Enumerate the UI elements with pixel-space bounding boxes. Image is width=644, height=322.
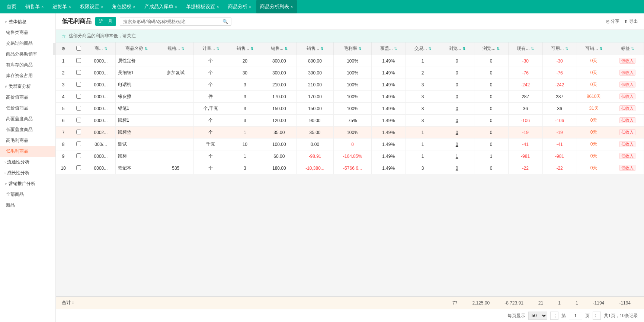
per-page-select[interactable]: 50 20 100: [528, 312, 547, 320]
table-cell-checkbox[interactable]: [71, 138, 86, 150]
next-page-button[interactable]: 〉: [593, 312, 601, 320]
sidebar-item-high-value[interactable]: 高价值商品: [0, 92, 55, 103]
search-icon[interactable]: 🔍: [222, 19, 228, 24]
col-settings[interactable]: ⚙: [56, 42, 71, 55]
close-icon[interactable]: ×: [249, 4, 251, 9]
sidebar-group-overall[interactable]: ∨ 整体信息: [0, 16, 55, 27]
nav-item-analysis-list[interactable]: 商品分析列表 ×: [256, 0, 297, 13]
close-icon[interactable]: ×: [41, 4, 44, 9]
table-cell-checkbox[interactable]: [71, 103, 86, 115]
table-cell-view1[interactable]: 0: [440, 79, 474, 91]
col-name[interactable]: 商品名称 ⇅: [115, 42, 158, 55]
col-avail[interactable]: 可用... ⇅: [542, 42, 577, 55]
table-cell-view1[interactable]: 0: [440, 103, 474, 115]
prev-page-button[interactable]: 〈: [550, 312, 558, 320]
sidebar-item-sales-products[interactable]: 销售类商品: [0, 27, 55, 38]
col-gross[interactable]: 毛利率 ⇅: [334, 42, 371, 55]
row-checkbox[interactable]: [76, 82, 81, 87]
table-cell-view1[interactable]: 0: [440, 91, 474, 103]
row-checkbox[interactable]: [76, 58, 81, 63]
close-icon[interactable]: ×: [175, 4, 177, 9]
col-spec[interactable]: 规格... ⇅: [158, 42, 193, 55]
search-input[interactable]: [123, 19, 222, 24]
table-cell-view1[interactable]: 0: [440, 127, 474, 138]
col-s2[interactable]: 销售... ⇅: [262, 42, 296, 55]
table-cell-coverage: 1.49%: [371, 91, 406, 103]
row-checkbox[interactable]: [76, 94, 81, 99]
sidebar-group-growth[interactable]: › 成长性分析: [0, 168, 55, 178]
row-checkbox[interactable]: [76, 118, 81, 122]
col-trade[interactable]: 交易... ⇅: [406, 42, 440, 55]
table-cell-view1[interactable]: 0: [440, 162, 474, 174]
table-cell-checkbox[interactable]: [71, 127, 86, 138]
close-icon[interactable]: ×: [291, 4, 293, 9]
table-cell-checkbox[interactable]: [71, 162, 86, 174]
export-button[interactable]: ⬆ 导出: [624, 18, 638, 25]
sidebar-item-low-coverage[interactable]: 低覆盖度商品: [0, 124, 55, 135]
sidebar-item-traded-products[interactable]: 交易过的商品: [0, 38, 55, 49]
table-cell-checkbox[interactable]: [71, 67, 86, 79]
page-input[interactable]: [569, 312, 582, 319]
col-s1[interactable]: 销售... ⇅: [228, 42, 262, 55]
period-button[interactable]: 近一月: [95, 17, 116, 26]
col-view1[interactable]: 浏览... ⇅: [440, 42, 474, 55]
table-cell-view1[interactable]: 1: [440, 150, 474, 162]
col-checkbox[interactable]: [71, 42, 86, 55]
table-cell-view1[interactable]: 0: [440, 138, 474, 150]
sidebar-group-cluster[interactable]: ∨ 类群富分析: [0, 81, 55, 92]
table-cell-s1: 3: [228, 103, 262, 115]
col-saleable[interactable]: 可销... ⇅: [577, 42, 611, 55]
close-icon[interactable]: ×: [133, 4, 135, 9]
row-checkbox[interactable]: [76, 153, 81, 158]
table-cell-name: 吴细细1: [115, 67, 158, 79]
nav-item-home[interactable]: 首页: [3, 0, 20, 13]
table-cell-view1[interactable]: 0: [440, 115, 474, 127]
sidebar-item-category-rate[interactable]: 商品分类助销率: [0, 49, 55, 60]
table-cell-checkbox[interactable]: [71, 91, 86, 103]
sidebar-group-marketing[interactable]: ∨ 营销推广分析: [0, 178, 55, 189]
nav-item-sales[interactable]: 销售单 ×: [22, 0, 47, 13]
close-icon[interactable]: ×: [217, 4, 219, 9]
sidebar-item-low-margin[interactable]: 低毛利商品: [0, 146, 55, 157]
nav-item-analysis[interactable]: 商品分析 ×: [224, 0, 255, 13]
col-tag[interactable]: 标签 ⇅: [611, 42, 644, 55]
table-cell-view1[interactable]: 0: [440, 67, 474, 79]
sidebar-item-high-coverage[interactable]: 高覆盖度商品: [0, 114, 55, 124]
sidebar-item-stock-capital[interactable]: 库存资金占用: [0, 70, 55, 81]
col-stock[interactable]: 现有... ⇅: [508, 42, 542, 55]
close-icon[interactable]: ×: [101, 4, 103, 9]
col-view2[interactable]: 浏览... ⇅: [474, 42, 508, 55]
col-coverage[interactable]: 覆盖... ⇅: [371, 42, 406, 55]
sidebar-item-in-stock[interactable]: 有库存的商品: [0, 60, 55, 70]
select-all-checkbox[interactable]: [76, 46, 81, 51]
col-s3[interactable]: 销售... ⇅: [296, 42, 333, 55]
table-cell-checkbox[interactable]: [71, 115, 86, 127]
nav-item-products[interactable]: 产成品入库单 ×: [141, 0, 181, 13]
table-cell-s1: 3: [228, 91, 262, 103]
row-checkbox[interactable]: [76, 106, 81, 111]
table-cell-view1[interactable]: 0: [440, 55, 474, 67]
row-checkbox[interactable]: [76, 141, 81, 146]
sidebar-collapse-button[interactable]: 《: [53, 43, 56, 55]
nav-item-permissions[interactable]: 权限设置 ×: [76, 0, 107, 13]
sidebar-item-new-products[interactable]: 新品: [0, 200, 55, 211]
row-checkbox[interactable]: [76, 130, 81, 134]
nav-item-purchase[interactable]: 进货单 ×: [49, 0, 74, 13]
table-cell-tag: 低收入: [611, 103, 644, 115]
sidebar-item-low-value[interactable]: 低价值商品: [0, 103, 55, 114]
col-code[interactable]: 商... ⇅: [86, 42, 115, 55]
row-checkbox[interactable]: [76, 165, 81, 170]
row-checkbox[interactable]: [76, 70, 81, 75]
close-icon[interactable]: ×: [68, 4, 71, 9]
table-cell-checkbox[interactable]: [71, 79, 86, 91]
table-cell-tag: 低收入: [611, 67, 644, 79]
sidebar-group-circulation[interactable]: › 流通性分析: [0, 157, 55, 168]
share-button[interactable]: ⎘ 分享: [606, 18, 619, 25]
table-cell-checkbox[interactable]: [71, 55, 86, 67]
nav-item-template[interactable]: 单据模板设置 ×: [182, 0, 222, 13]
sidebar-item-high-margin[interactable]: 高毛利商品: [0, 135, 55, 146]
nav-item-roles[interactable]: 角色授权 ×: [108, 0, 139, 13]
col-unit[interactable]: 计量... ⇅: [193, 42, 228, 55]
table-cell-checkbox[interactable]: [71, 150, 86, 162]
sidebar-item-all-products[interactable]: 全部商品: [0, 189, 55, 200]
